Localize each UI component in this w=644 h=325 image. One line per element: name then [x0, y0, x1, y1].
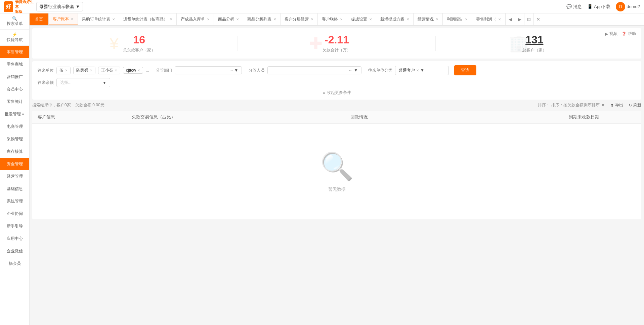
- store-selector[interactable]: 母婴行业演示帐套 ▼: [36, 2, 83, 11]
- tab-close-icon[interactable]: ✕: [406, 17, 409, 21]
- top-bar: 好 畅捷通好生意 标版 母婴行业演示帐套 ▼ 💬 消息 📱 App下载 D de…: [0, 0, 644, 13]
- remove-icon[interactable]: ✕: [137, 69, 140, 72]
- tab-retail-profit[interactable]: 零售利润（ ✕: [472, 13, 505, 25]
- remove-icon[interactable]: ✕: [65, 69, 68, 72]
- tab-customer-connect[interactable]: 客户联络 ✕: [318, 13, 347, 25]
- top-bar-right: 💬 消息 📱 App下载 D demo2: [566, 2, 640, 11]
- col-repayment: 回款情况: [350, 114, 569, 120]
- sidebar-item-app-center[interactable]: 应用中心: [0, 232, 29, 245]
- tab-close-icon[interactable]: ✕: [465, 17, 468, 21]
- message-btn[interactable]: 💬 消息: [566, 4, 582, 10]
- tab-purchase-order[interactable]: 采购订单统计表 ✕: [78, 13, 119, 25]
- user-avatar-btn[interactable]: D demo2: [616, 2, 640, 11]
- tab-goods-analysis[interactable]: 商品分析 ✕: [214, 13, 243, 25]
- filter-tag-wang[interactable]: 王小亮 ✕: [98, 67, 120, 74]
- remove-icon[interactable]: ✕: [115, 69, 117, 72]
- dept-select[interactable]: ··· ▼: [175, 66, 242, 74]
- tab-customer-segment[interactable]: 客户分层经营 ✕: [281, 13, 318, 25]
- sidebar-item-retail[interactable]: 零售管理: [0, 46, 29, 58]
- tab-menu-btn[interactable]: ⊡: [524, 13, 533, 25]
- chevron-down-icon: ▼: [234, 68, 238, 73]
- nav-icon: ⚡: [3, 32, 27, 37]
- logo-icon: 好: [4, 1, 13, 12]
- credit-customers-value: 16: [133, 34, 145, 46]
- sidebar-item-enterprise-wechat[interactable]: 企业微信: [0, 245, 29, 257]
- sidebar-item-finance[interactable]: 资金管理: [0, 158, 29, 170]
- tab-close-icon[interactable]: ✕: [436, 17, 438, 21]
- tab-close-icon[interactable]: ✕: [236, 17, 239, 21]
- filter-more-btn[interactable]: ...: [146, 68, 149, 73]
- sidebar-search[interactable]: 🔍 搜索菜单: [0, 13, 29, 30]
- tab-close-all-btn[interactable]: ✕: [533, 13, 543, 25]
- export-btn[interactable]: ⬆ 导出: [610, 102, 623, 108]
- col-credit-info: 欠款交易信息（占比）: [132, 114, 350, 120]
- sidebar-item-marketing[interactable]: 营销推广: [0, 71, 29, 83]
- tab-close-icon[interactable]: ✕: [170, 17, 172, 21]
- sidebar-item-new-guide[interactable]: 新手引导: [0, 220, 29, 232]
- remove-icon[interactable]: ✕: [90, 69, 92, 72]
- tab-close-icon[interactable]: ✕: [340, 17, 343, 21]
- balance-select[interactable]: 选择... ▼: [56, 78, 110, 87]
- filter-area: 往来单位 伍 ✕ 陈民强 ✕ 王小亮 ✕ cjttcw: [32, 61, 641, 100]
- tab-close-icon[interactable]: ✕: [311, 17, 313, 21]
- filter-tag-normal-customer[interactable]: 普通客户 ✕: [399, 68, 419, 73]
- sidebar-item-membership[interactable]: 会员中心: [0, 83, 29, 96]
- person-filter-label: 分管人员: [249, 68, 265, 73]
- balance-filter-label: 往来余额: [38, 80, 54, 85]
- refresh-btn[interactable]: ↻ 刷新: [629, 102, 641, 108]
- sidebar-item-inventory[interactable]: 库存核算: [0, 145, 29, 158]
- tab-close-icon[interactable]: ✕: [369, 17, 372, 21]
- tab-close-icon[interactable]: ✕: [498, 17, 501, 21]
- stat-total-customers: 🏢 131 总客户（家）: [436, 34, 633, 53]
- chevron-up-icon: ∧: [323, 91, 326, 95]
- person-select[interactable]: ··· ▼: [267, 66, 361, 74]
- sidebar-item-ecommerce[interactable]: 电商管理: [0, 120, 29, 133]
- collapse-btn[interactable]: ∧ 收起更多条件: [38, 90, 636, 96]
- ellipsis-icon: ···: [229, 68, 233, 73]
- filter-row-2: 往来余额 选择... ▼: [38, 78, 636, 87]
- sidebar-item-member-vip[interactable]: 畅会员: [0, 257, 29, 270]
- filter-tag-chen[interactable]: 陈民强 ✕: [73, 67, 95, 74]
- sidebar-item-retail-stats[interactable]: 零售统计: [0, 96, 29, 108]
- sort-label: 排序：: [538, 102, 550, 108]
- tab-operations[interactable]: 经营情况 ✕: [414, 13, 443, 25]
- tab-new-plan[interactable]: 新增提成方案 ✕: [376, 13, 414, 25]
- tab-close-icon[interactable]: ✕: [273, 17, 276, 21]
- tab-home[interactable]: 首页: [30, 13, 49, 25]
- credit-total-value: -2.11: [325, 34, 349, 46]
- filter-tag-wu[interactable]: 伍 ✕: [56, 67, 71, 74]
- tab-inventory-stats[interactable]: 进货单统计表（按商品） ✕: [119, 13, 177, 25]
- app-download-btn[interactable]: 📱 App下载: [587, 4, 610, 10]
- sidebar-item-operations[interactable]: 经营管理: [0, 170, 29, 183]
- sidebar-item-enterprise-coop[interactable]: 企业协同: [0, 208, 29, 220]
- tab-improve-settings[interactable]: 提成设置 ✕: [347, 13, 376, 25]
- tab-close-icon[interactable]: ✕: [71, 17, 74, 21]
- sidebar-item-purchase[interactable]: 采购管理: [0, 133, 29, 145]
- tab-product-entry[interactable]: 产成品入库单 ✕: [177, 13, 214, 25]
- tab-prev-btn[interactable]: ◀: [505, 13, 515, 25]
- unit-type-label: 往来单位分类: [368, 68, 392, 73]
- tab-next-btn[interactable]: ▶: [515, 13, 524, 25]
- sidebar-quick-nav[interactable]: ⚡ 快捷导航: [0, 30, 29, 46]
- tab-profit-report[interactable]: 利润报告 ✕: [443, 13, 472, 25]
- avatar: D: [616, 2, 625, 11]
- query-button[interactable]: 查询: [454, 65, 476, 75]
- stats-row: ▶ 视频 ❓ 帮助 ¥ 16 总欠款客户（家）: [32, 28, 641, 59]
- remove-icon[interactable]: ✕: [416, 69, 419, 72]
- sidebar-item-retail-mall[interactable]: 零售商城: [0, 58, 29, 71]
- sidebar-item-basic-info[interactable]: 基础信息: [0, 183, 29, 195]
- credit-total-label: 欠款合计（万）: [323, 47, 351, 53]
- stat-credit-total: ✚ -2.11 欠款合计（万）: [238, 34, 435, 53]
- result-actions: 排序： 排序：按欠款金额倒序排序 ▼ ⬆ 导出 ↻ 刷新: [538, 102, 641, 108]
- tab-close-icon[interactable]: ✕: [207, 17, 210, 21]
- refresh-icon: ↻: [629, 103, 632, 108]
- tab-customer-account[interactable]: 客户账本 ✕: [49, 13, 78, 25]
- unit-type-select[interactable]: 普通客户 ✕ ▼: [395, 66, 449, 75]
- tab-goods-analysis-list[interactable]: 商品分析列表 ✕: [243, 13, 281, 25]
- sidebar-item-wholesale[interactable]: 批发管理 ▼: [0, 108, 29, 120]
- sort-selector[interactable]: 排序： 排序：按欠款金额倒序排序 ▼: [538, 102, 605, 108]
- filter-tag-cjttcw[interactable]: cjttcw ✕: [123, 67, 143, 74]
- tab-close-icon[interactable]: ✕: [112, 17, 115, 21]
- result-summary: 搜索结果中，客户0家 欠款金额 0.00元: [32, 102, 104, 108]
- sidebar-item-system[interactable]: 系统管理: [0, 195, 29, 208]
